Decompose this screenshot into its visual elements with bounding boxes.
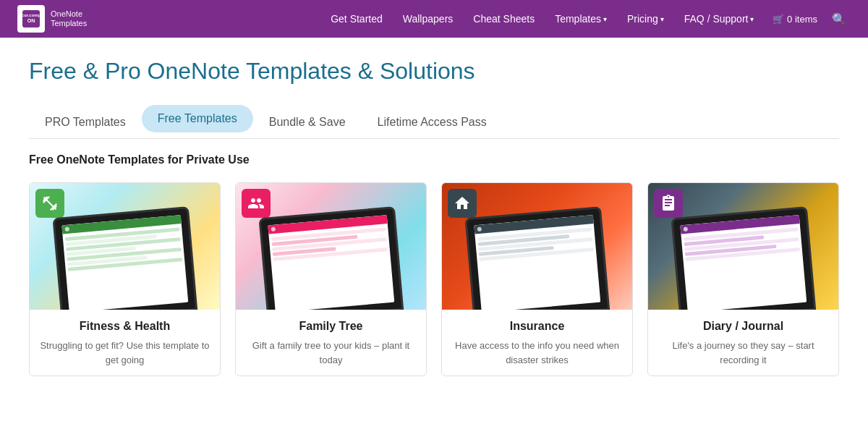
tab-bundle-save[interactable]: Bundle & Save — [253, 109, 362, 136]
logo[interactable]: cur.comp ON OneNote Templates — [17, 5, 87, 33]
card-diary-desc: Life's a journey so they say – start rec… — [657, 339, 830, 367]
card-fitness-title: Fitness & Health — [38, 320, 211, 333]
nav-templates[interactable]: Templates ▾ — [546, 9, 616, 29]
tab-free-templates[interactable]: Free Templates — [142, 105, 253, 132]
tab-lifetime-access[interactable]: Lifetime Access Pass — [362, 109, 503, 136]
card-insurance-body: Insurance Have access to the info you ne… — [442, 310, 632, 376]
nav-get-started[interactable]: Get Started — [322, 9, 391, 29]
section-heading: Free OneNote Templates for Private Use — [0, 139, 868, 175]
card-family-image — [236, 183, 426, 310]
card-fitness-desc: Struggling to get fit? Use this template… — [38, 339, 211, 367]
card-fitness-body: Fitness & Health Struggling to get fit? … — [30, 310, 220, 376]
card-diary-title: Diary / Journal — [657, 320, 830, 333]
logo-text: OneNote Templates — [51, 9, 87, 28]
card-family-desc: Gift a family tree to your kids – plant … — [244, 339, 417, 367]
nav-wallpapers[interactable]: Wallpapers — [394, 9, 462, 29]
card-insurance-image — [442, 183, 632, 310]
nav-faq[interactable]: FAQ / Support ▾ — [676, 9, 763, 29]
page-title: Free & Pro OneNote Templates & Solutions — [29, 58, 839, 85]
card-fitness-image — [30, 183, 220, 310]
templates-chevron-icon: ▾ — [603, 15, 607, 23]
card-insurance[interactable]: Insurance Have access to the info you ne… — [441, 182, 633, 376]
svg-text:ON: ON — [27, 18, 35, 23]
nav-cheat-sheets[interactable]: Cheat Sheets — [464, 9, 543, 29]
card-family[interactable]: Family Tree Gift a family tree to your k… — [235, 182, 427, 376]
card-fitness[interactable]: Fitness & Health Struggling to get fit? … — [29, 182, 221, 376]
nav-cart[interactable]: 🛒 0 items — [765, 9, 825, 29]
diary-badge — [654, 189, 683, 218]
card-diary-image — [648, 183, 838, 310]
fitness-badge — [35, 189, 64, 218]
search-icon[interactable]: 🔍 — [827, 8, 851, 30]
tab-bar: PRO Templates Free Templates Bundle & Sa… — [29, 105, 839, 139]
card-diary[interactable]: Diary / Journal Life's a journey so they… — [647, 182, 839, 376]
card-insurance-title: Insurance — [451, 320, 624, 333]
nav-pricing[interactable]: Pricing ▾ — [618, 9, 673, 29]
tab-pro-templates[interactable]: PRO Templates — [29, 109, 142, 136]
card-insurance-desc: Have access to the info you need when di… — [451, 339, 624, 367]
family-badge — [242, 189, 271, 218]
card-family-title: Family Tree — [244, 320, 417, 333]
logo-icon: cur.comp ON — [17, 5, 45, 33]
tabs-section: PRO Templates Free Templates Bundle & Sa… — [0, 96, 868, 139]
nav-links: Get Started Wallpapers Cheat Sheets Temp… — [322, 8, 851, 30]
hero-section: Free & Pro OneNote Templates & Solutions — [0, 38, 868, 96]
navigation: cur.comp ON OneNote Templates Get Starte… — [0, 0, 868, 38]
cards-grid: Fitness & Health Struggling to get fit? … — [0, 175, 868, 391]
card-family-body: Family Tree Gift a family tree to your k… — [236, 310, 426, 376]
card-diary-body: Diary / Journal Life's a journey so they… — [648, 310, 838, 376]
pricing-chevron-icon: ▾ — [660, 15, 664, 23]
insurance-badge — [448, 189, 477, 218]
faq-chevron-icon: ▾ — [750, 15, 754, 23]
svg-text:cur.comp: cur.comp — [22, 13, 41, 17]
